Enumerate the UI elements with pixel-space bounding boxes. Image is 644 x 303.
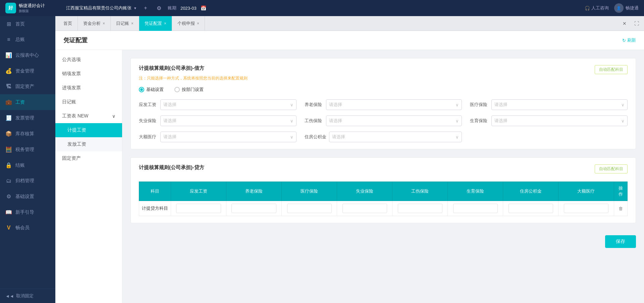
maternity-select[interactable]: 请选择 ∨: [491, 115, 628, 126]
sidebar-item-salary[interactable]: 💼 工资: [0, 94, 55, 110]
input-unemployment[interactable]: [342, 204, 387, 213]
content-area: 首页 资金分析 × 日记账 × 凭证配置 × 个税申报 × ✕ ⛶: [55, 16, 644, 303]
col-maternity: 生育保险: [448, 182, 503, 201]
radio-dept-indicator: [174, 87, 180, 92]
add-button[interactable]: +: [141, 3, 150, 13]
credit-auto-match-button[interactable]: 自动匹配科目: [595, 164, 628, 173]
cell-unemployment: [337, 201, 392, 216]
sidebar-item-fixed-assets[interactable]: 🏗 固定资产: [0, 79, 55, 94]
field-payroll: 应发工资 请选择 ∨: [139, 99, 297, 110]
input-payroll[interactable]: [176, 204, 221, 213]
stock-icon: 📦: [5, 131, 12, 137]
select-down-icon6: ∨: [621, 118, 625, 123]
col-medical: 医疗保险: [282, 182, 337, 201]
unemployment-select[interactable]: 请选择 ∨: [160, 115, 297, 126]
cell-large-medical: [558, 201, 614, 216]
company-selector[interactable]: 江西服宝精品有限责任公司内账张 ▼: [66, 5, 137, 11]
support-button[interactable]: 🎧 人工咨询: [585, 5, 609, 11]
tab-tax[interactable]: 个税申报 ×: [172, 16, 205, 31]
user-area[interactable]: 👤 畅捷通: [614, 3, 639, 13]
sidebar-item-home[interactable]: ⊞ 首页: [0, 16, 55, 32]
sidebar-item-vip[interactable]: V 畅会员: [0, 220, 55, 236]
credit-section-header: 计提核算规则(公司承担)-贷方 自动匹配科目: [139, 164, 628, 178]
housing-fund-select[interactable]: 请选择 ∨: [329, 132, 462, 142]
injury-select[interactable]: 请选择 ∨: [326, 115, 462, 126]
archive-icon: 🗂: [5, 178, 12, 184]
top-bar: 好 畅捷通好会计 旗舰版 江西服宝精品有限责任公司内账张 ▼ + ⚙ 账期 20…: [0, 0, 644, 16]
input-pension[interactable]: [231, 204, 276, 213]
close-journal-icon[interactable]: ×: [131, 21, 133, 26]
field-injury: 工伤保险 请选择 ∨: [305, 115, 462, 126]
salary-icon: 💼: [5, 99, 12, 105]
calendar-icon[interactable]: 📅: [201, 5, 206, 11]
debit-section-note: 注：只能选择一种方式，系统将按照您当前的选择来配置规则: [139, 75, 248, 81]
col-pension: 养老保险: [226, 182, 282, 201]
fixed-assets-icon: 🏗: [5, 84, 12, 90]
sidebar-item-reports[interactable]: 📊 云报表中心: [0, 47, 55, 63]
tab-voucher-config[interactable]: 凭证配置 ×: [139, 16, 172, 31]
delete-icon[interactable]: 🗑: [619, 206, 623, 211]
sidebar-item-guide[interactable]: 📖 新手引导: [0, 204, 55, 220]
pension-select[interactable]: 请选择 ∨: [326, 99, 462, 110]
radio-dept[interactable]: 按部门设置: [174, 87, 204, 93]
sidebar-item-invoice[interactable]: 🧾 发票管理: [0, 110, 55, 126]
input-housing[interactable]: [508, 204, 553, 213]
sidebar-item-stock[interactable]: 📦 库存核算: [0, 126, 55, 142]
new-badge: NEW: [77, 113, 89, 118]
logo-area: 好 畅捷通好会计 旗舰版: [5, 3, 61, 13]
close-voucher-config-icon[interactable]: ×: [164, 21, 166, 26]
maximize-button[interactable]: ⛶: [632, 19, 641, 28]
input-medical[interactable]: [287, 204, 332, 213]
sidebar-item-closing[interactable]: 🔒 结账: [0, 157, 55, 173]
sidebar-item-settings[interactable]: ⚙ 基础设置: [0, 189, 55, 204]
left-menu-payroll-release[interactable]: 发放工资: [55, 137, 122, 151]
save-button[interactable]: 保存: [605, 235, 636, 248]
top-center: 江西服宝精品有限责任公司内账张 ▼ + ⚙ 账期 2023-03 📅: [61, 3, 585, 13]
headset-icon: 🎧: [585, 6, 590, 11]
refresh-button[interactable]: ↻ 刷新: [622, 37, 636, 43]
radio-basic[interactable]: 基础设置: [139, 87, 164, 93]
refresh-icon: ↻: [622, 38, 626, 43]
close-fund-analysis-icon[interactable]: ×: [103, 21, 105, 26]
close-tab-button[interactable]: ✕: [620, 19, 629, 28]
col-housing: 住房公积金: [503, 182, 558, 201]
left-menu-salary-table[interactable]: 工资表 NEW ∨: [55, 109, 122, 123]
left-menu-journal[interactable]: 日记账: [55, 95, 122, 109]
input-injury[interactable]: [398, 204, 442, 213]
home-icon: ⊞: [5, 21, 12, 27]
debit-form-grid: 应发工资 请选择 ∨ 养老保险 请选择 ∨: [139, 99, 628, 142]
col-large-medical: 大额医疗: [558, 182, 614, 201]
tab-home[interactable]: 首页: [58, 16, 78, 31]
close-tax-icon[interactable]: ×: [197, 21, 199, 26]
left-menu-public[interactable]: 公共选项: [55, 53, 122, 67]
field-medical: 医疗保险 请选择 ∨: [470, 99, 628, 110]
field-unemployment: 失业保险 请选择 ∨: [139, 115, 297, 126]
cancel-pin-button[interactable]: ◄◄ 取消固定: [0, 289, 55, 303]
payroll-select[interactable]: 请选择 ∨: [160, 99, 297, 110]
sidebar-item-archive[interactable]: 🗂 归档管理: [0, 173, 55, 189]
settings-sidebar-icon: ⚙: [5, 193, 12, 200]
logo-text: 畅捷通好会计 旗舰版: [19, 3, 45, 13]
sidebar-item-tax[interactable]: 🧮 税务管理: [0, 142, 55, 157]
input-maternity[interactable]: [453, 204, 498, 213]
left-menu-fixed-assets[interactable]: 固定资产: [55, 151, 122, 165]
tab-journal[interactable]: 日记账 ×: [111, 16, 139, 31]
left-menu-payroll-accrual[interactable]: 计提工资: [55, 123, 122, 137]
sidebar-item-funds[interactable]: 💰 资金管理: [0, 63, 55, 79]
tab-fund-analysis[interactable]: 资金分析 ×: [78, 16, 111, 31]
large-medical-select[interactable]: 请选择 ∨: [160, 132, 297, 142]
settings-icon[interactable]: ⚙: [154, 3, 164, 13]
left-menu-purchase-invoice[interactable]: 进项发票: [55, 81, 122, 95]
form-area: 计提核算规则(公司承担)-借方 注：只能选择一种方式，系统将按照您当前的选择来配…: [122, 50, 644, 303]
cell-payroll: [171, 201, 226, 216]
debit-auto-match-button[interactable]: 自动匹配科目: [595, 65, 628, 74]
radio-basic-indicator: [139, 87, 144, 92]
left-menu-sales-invoice[interactable]: 销项发票: [55, 67, 122, 81]
col-action: 操作: [614, 182, 628, 201]
sidebar-item-ledger[interactable]: ≡ 总账: [0, 32, 55, 47]
input-large-medical[interactable]: [564, 204, 608, 213]
row-label: 计提贷方科目: [139, 201, 171, 216]
medical-select[interactable]: 请选择 ∨: [491, 99, 628, 110]
field-pension: 养老保险 请选择 ∨: [305, 99, 462, 110]
credit-section: 计提核算规则(公司承担)-贷方 自动匹配科目 科目 应发工资 养老保险 医疗保险: [130, 157, 636, 223]
